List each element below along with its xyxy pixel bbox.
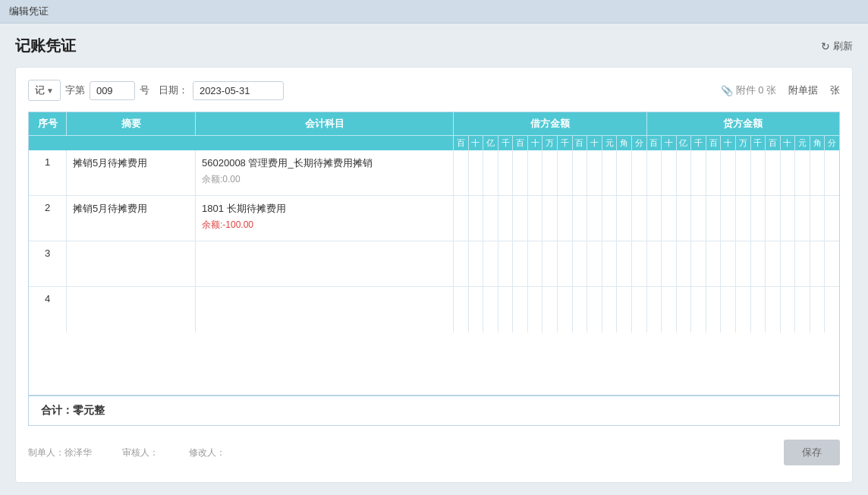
voucher-type-dropdown[interactable]: 记 ▼ — [28, 80, 61, 101]
row2-d12[interactable] — [632, 196, 646, 241]
credit-digit-10: 元 — [795, 136, 810, 150]
row1-c3[interactable] — [691, 150, 706, 195]
credit-digit-0: 百 — [647, 136, 662, 150]
zi-label: 字第 — [65, 84, 85, 97]
row2-c5[interactable] — [721, 196, 736, 241]
row2-c3[interactable] — [691, 196, 706, 241]
reviewer-label: 审核人： — [122, 447, 159, 458]
row1-d10[interactable] — [602, 150, 618, 195]
row1-d2[interactable] — [483, 150, 498, 195]
row1-c7[interactable] — [751, 150, 766, 195]
row2-d10[interactable] — [602, 196, 618, 241]
row1-d6[interactable] — [542, 150, 558, 195]
table-subheader: 百 十 亿 千 百 十 万 千 百 十 元 角 分 — [29, 135, 839, 150]
row2-summary[interactable]: 摊销5月待摊费用 — [67, 196, 196, 241]
row1-balance: 余额:0.00 — [202, 173, 447, 186]
date-input[interactable] — [193, 81, 284, 100]
row1-c0[interactable] — [647, 150, 662, 195]
date-field: 日期： — [159, 81, 284, 100]
main-content: 记账凭证 ↻ 刷新 记 ▼ 字第 号 日期： — [0, 24, 868, 495]
credit-digit-2: 亿 — [677, 136, 692, 150]
footer-total: 合计：零元整 — [41, 404, 105, 418]
row2-credit-cells — [647, 196, 840, 241]
row1-d7[interactable] — [558, 150, 573, 195]
credit-digit-4: 百 — [706, 136, 722, 150]
row4-account[interactable] — [196, 287, 454, 333]
debit-digit-5: 十 — [528, 136, 543, 150]
row2-d4[interactable] — [513, 196, 528, 241]
row1-d12[interactable] — [632, 150, 646, 195]
single-doc-button[interactable]: 附单据 — [788, 84, 818, 97]
row1-summary[interactable]: 摊销5月待摊费用 — [67, 150, 196, 195]
row3-seq: 3 — [29, 241, 67, 286]
row1-d5[interactable] — [528, 150, 543, 195]
row1-c11[interactable] — [810, 150, 826, 195]
row1-c9[interactable] — [781, 150, 796, 195]
th-summary: 摘要 — [67, 112, 196, 135]
bottom-bar: 制单人：徐泽华 审核人： 修改人： 保存 — [28, 432, 840, 470]
row2-d2[interactable] — [483, 196, 498, 241]
row1-c10[interactable] — [795, 150, 810, 195]
th-credit: 贷方金额 — [647, 112, 840, 135]
row4-debit-cells — [454, 287, 647, 333]
main-window: 编辑凭证 记账凭证 ↻ 刷新 记 ▼ 字第 号 — [0, 0, 868, 495]
credit-digit-3: 千 — [691, 136, 706, 150]
row1-c4[interactable] — [706, 150, 722, 195]
credit-digit-9: 十 — [781, 136, 796, 150]
row3-account[interactable] — [196, 241, 454, 286]
credit-digit-1: 十 — [662, 136, 677, 150]
row1-c5[interactable] — [721, 150, 736, 195]
debit-digit-10: 元 — [602, 136, 618, 150]
voucher-number-input[interactable] — [90, 81, 135, 100]
row2-c12[interactable] — [825, 196, 839, 241]
row1-d1[interactable] — [469, 150, 484, 195]
page-title: 记账凭证 — [15, 36, 76, 56]
attach-icon: 📎 — [721, 85, 733, 96]
row1-d3[interactable] — [498, 150, 514, 195]
row3-summary[interactable] — [67, 241, 196, 286]
row2-d1[interactable] — [469, 196, 484, 241]
row2-d8[interactable] — [573, 196, 588, 241]
credit-digit-7: 千 — [751, 136, 766, 150]
row1-c2[interactable] — [677, 150, 692, 195]
row2-c11[interactable] — [810, 196, 826, 241]
row1-c1[interactable] — [662, 150, 677, 195]
row3-debit-cells — [454, 241, 647, 286]
row2-c1[interactable] — [662, 196, 677, 241]
th-account: 会计科目 — [196, 112, 454, 135]
row1-d4[interactable] — [513, 150, 528, 195]
row2-c10[interactable] — [795, 196, 810, 241]
row2-c2[interactable] — [677, 196, 692, 241]
row1-c6[interactable] — [736, 150, 751, 195]
row2-c9[interactable] — [781, 196, 796, 241]
row2-c8[interactable] — [766, 196, 781, 241]
row2-c4[interactable] — [706, 196, 722, 241]
row1-d11[interactable] — [617, 150, 632, 195]
row2-account[interactable]: 1801 长期待摊费用 余额:-100.00 — [196, 196, 454, 241]
refresh-button[interactable]: ↻ 刷新 — [821, 39, 853, 53]
row2-d6[interactable] — [542, 196, 558, 241]
row1-d0[interactable] — [454, 150, 469, 195]
row2-c0[interactable] — [647, 196, 662, 241]
row1-c12[interactable] — [825, 150, 839, 195]
row2-d3[interactable] — [498, 196, 514, 241]
row2-c7[interactable] — [751, 196, 766, 241]
row1-d9[interactable] — [587, 150, 602, 195]
row1-debit-cells — [454, 150, 647, 195]
row2-d11[interactable] — [617, 196, 632, 241]
debit-digit-12: 分 — [632, 136, 646, 150]
save-button[interactable]: 保存 — [784, 440, 840, 465]
row2-c6[interactable] — [736, 196, 751, 241]
row1-c8[interactable] — [766, 150, 781, 195]
dropdown-arrow-icon: ▼ — [46, 87, 54, 95]
row1-d8[interactable] — [573, 150, 588, 195]
row2-d7[interactable] — [558, 196, 573, 241]
row4-seq: 4 — [29, 287, 67, 333]
row1-account[interactable]: 56020008 管理费用_长期待摊费用摊销 余额:0.00 — [196, 150, 454, 195]
row2-d5[interactable] — [528, 196, 543, 241]
refresh-label: 刷新 — [833, 39, 853, 53]
row4-summary[interactable] — [67, 287, 196, 333]
attachment-button[interactable]: 📎 附件 0 张 — [721, 84, 776, 97]
row2-d9[interactable] — [587, 196, 602, 241]
row2-d0[interactable] — [454, 196, 469, 241]
